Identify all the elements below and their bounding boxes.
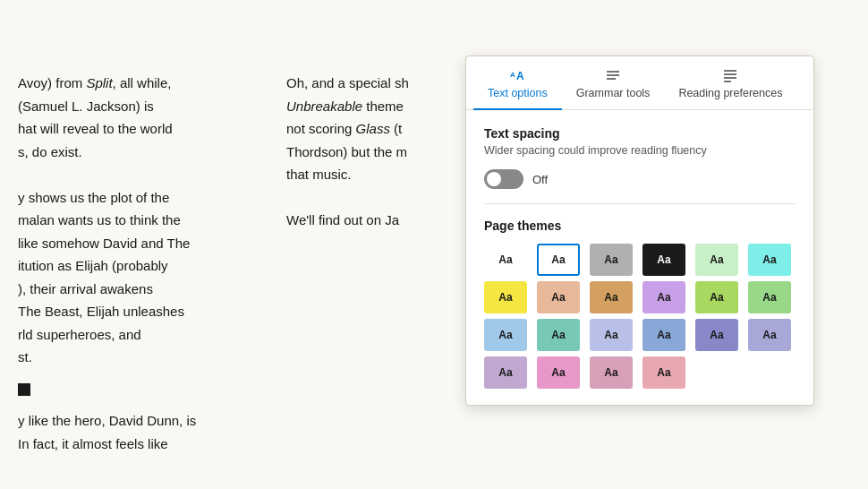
theme-swatch-11[interactable]: Aa [748, 281, 791, 313]
svg-text:A: A [510, 71, 515, 79]
themes-grid: AaAaAaAaAaAaAaAaAaAaAaAaAaAaAaAaAaAaAaAa… [484, 244, 796, 389]
theme-swatch-21[interactable]: Aa [642, 356, 685, 389]
theme-swatch-8[interactable]: Aa [590, 281, 633, 313]
tab-reading-preferences[interactable]: Reading preferences [664, 56, 796, 110]
content-col-right: Oh, and a special sh Unbreakable theme n… [286, 72, 465, 455]
theme-swatch-15[interactable]: Aa [642, 319, 685, 351]
tab-grammar-tools-label: Grammar tools [576, 87, 651, 99]
svg-text:A: A [516, 70, 524, 82]
text-spacing-desc: Wider spacing could improve reading flue… [484, 144, 796, 157]
theme-swatch-14[interactable]: Aa [590, 319, 633, 351]
content-text-2: y like the hero, David Dunn, is In fact,… [18, 409, 251, 455]
tab-reading-preferences-label: Reading preferences [678, 87, 782, 99]
theme-swatch-19[interactable]: Aa [537, 356, 580, 389]
theme-swatch-7[interactable]: Aa [537, 281, 580, 313]
panel: A A Text options Grammar tools Reading p… [465, 56, 814, 406]
theme-swatch-4[interactable]: Aa [695, 244, 738, 276]
theme-swatch-0[interactable]: Aa [484, 244, 527, 276]
panel-tabs: A A Text options Grammar tools Reading p… [466, 56, 813, 110]
text-spacing-title: Text spacing [484, 126, 796, 141]
theme-swatch-1[interactable]: Aa [537, 244, 580, 276]
content-text: Avoy) from Split, all while, (Samuel L. … [18, 72, 251, 369]
theme-swatch-10[interactable]: Aa [695, 281, 738, 313]
section-divider [484, 203, 796, 204]
text-spacing-toggle-label: Off [532, 173, 548, 186]
page-themes-section: Page themes AaAaAaAaAaAaAaAaAaAaAaAaAaAa… [484, 219, 796, 389]
tab-text-options-label: Text options [488, 87, 548, 99]
text-spacing-toggle-row: Off [484, 169, 796, 189]
content-text-right: Oh, and a special sh Unbreakable theme n… [286, 72, 465, 232]
reading-prefs-tab-icon [722, 67, 738, 83]
theme-swatch-3[interactable]: Aa [642, 244, 685, 276]
theme-swatch-2[interactable]: Aa [590, 244, 633, 276]
panel-body: Text spacing Wider spacing could improve… [466, 110, 813, 405]
theme-swatch-17[interactable]: Aa [748, 319, 791, 351]
theme-swatch-9[interactable]: Aa [642, 281, 685, 313]
text-options-tab-icon: A A [509, 67, 525, 83]
theme-swatch-6[interactable]: Aa [484, 281, 527, 313]
theme-swatch-20[interactable]: Aa [590, 356, 633, 389]
text-spacing-section: Text spacing Wider spacing could improve… [484, 126, 796, 189]
grammar-tools-tab-icon [605, 67, 621, 83]
page-themes-title: Page themes [484, 219, 796, 233]
tab-grammar-tools[interactable]: Grammar tools [562, 56, 665, 110]
text-spacing-toggle[interactable] [484, 169, 523, 189]
theme-swatch-13[interactable]: Aa [537, 319, 580, 351]
theme-swatch-18[interactable]: Aa [484, 356, 527, 389]
cursor-block [18, 383, 30, 396]
theme-swatch-16[interactable]: Aa [695, 319, 738, 351]
tab-text-options[interactable]: A A Text options [473, 56, 562, 110]
theme-swatch-12[interactable]: Aa [484, 319, 527, 351]
content-col-left: Avoy) from Split, all while, (Samuel L. … [18, 72, 251, 455]
theme-swatch-5[interactable]: Aa [748, 244, 791, 276]
